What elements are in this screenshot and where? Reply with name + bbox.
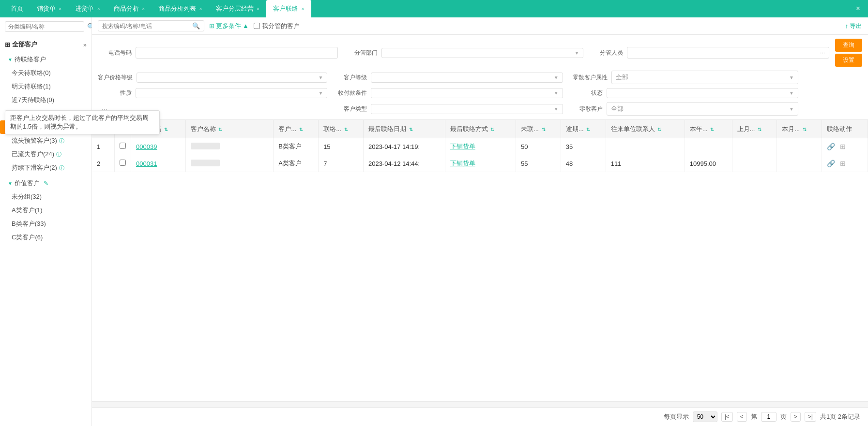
sidebar-item-c[interactable]: C类客户(6) — [0, 231, 91, 244]
th-action: 联络动作 — [822, 120, 868, 138]
filter-status: 状态 ▼ — [569, 88, 798, 98]
action-buttons: 查询 设置 — [835, 39, 862, 67]
sidebar-item-ungrouped[interactable]: 未分组(32) — [0, 190, 91, 204]
th-name-label: 客户名称 — [191, 125, 216, 132]
retail-select[interactable]: 全部▼ — [607, 102, 798, 116]
pending-group[interactable]: ▼ 待联络客户 — [0, 53, 91, 66]
customer-type-select[interactable]: ▼ — [371, 104, 563, 114]
price-level-select[interactable]: ▼ — [137, 73, 327, 83]
sidebar-item-declining[interactable]: 持续下滑客户(2) ⓘ — [0, 161, 91, 175]
last-page-btn[interactable]: >| — [805, 412, 816, 422]
sidebar-item-a[interactable]: A类客户(1) — [0, 204, 91, 217]
horizontal-scrollbar[interactable] — [92, 401, 868, 407]
th-contact[interactable]: 联络... ⇅ — [319, 120, 364, 138]
last-method-link-1[interactable]: 下销货单 — [450, 143, 475, 150]
th-this-year[interactable]: 本年... ⇅ — [685, 120, 732, 138]
close-crm-icon[interactable]: × — [257, 6, 259, 12]
sidebar-item-tomorrow[interactable]: 明天待联络(1) — [0, 80, 91, 93]
nature-label: 性质 — [98, 89, 132, 97]
th-type[interactable]: 客户... ⇅ — [274, 120, 319, 138]
sidebar-search-icon[interactable]: 🔍 — [87, 23, 92, 30]
row-checkbox-2[interactable] — [120, 160, 126, 166]
action-grid-icon-1[interactable]: ⊞ — [840, 143, 846, 150]
query-button[interactable]: 查询 — [835, 39, 862, 52]
th-company-contact[interactable]: 往来单位联系人 ⇅ — [606, 120, 685, 138]
sidebar-item-churn-warning[interactable]: 流失预警客户(3) ⓘ — [0, 134, 91, 147]
collapse-icon[interactable]: » — [83, 41, 87, 48]
nav-tab-home[interactable]: 首页 — [4, 0, 30, 17]
info-icon-churn[interactable]: ⓘ — [59, 137, 64, 145]
action-link-icon-2[interactable]: 🔗 — [827, 160, 835, 167]
action-link-icon-1[interactable]: 🔗 — [827, 143, 835, 150]
th-overdue[interactable]: 逾期... ⇅ — [561, 120, 606, 138]
filter-row-1: 电话号码 分管部门 ▼ 分管人员 ··· 查询 设置 — [98, 39, 862, 67]
close-sales-icon[interactable]: × — [59, 6, 61, 12]
filter-row-3: 性质 ▼ 收付款条件 ▼ 状态 ▼ — [98, 88, 862, 98]
close-analysis-icon[interactable]: × — [142, 6, 145, 12]
info-icon-churned[interactable]: ⓘ — [56, 151, 61, 158]
filter-customer-level: 客户等级 ▼ — [333, 73, 563, 83]
filter-search-icon[interactable]: 🔍 — [192, 22, 200, 29]
nav-tab-crm[interactable]: 客户分层经营 × — [209, 0, 266, 17]
dept-select[interactable]: ▼ — [381, 48, 584, 58]
cell-checkbox-2 — [115, 155, 131, 172]
nav-tab-analysis[interactable]: 商品分析 × — [107, 0, 152, 17]
customer-level-select[interactable]: ▼ — [371, 73, 563, 83]
sidebar-item-7days[interactable]: 近7天待联络(0) — [0, 93, 91, 107]
th-unread-label: 未联... — [521, 125, 539, 132]
nav-tab-purchase[interactable]: 进货单 × — [68, 0, 107, 17]
export-button[interactable]: ↑ 导出 — [845, 22, 863, 30]
status-select[interactable]: ▼ — [607, 88, 798, 98]
info-icon-declining[interactable]: ⓘ — [59, 164, 64, 172]
nav-tab-sales[interactable]: 销货单 × — [30, 0, 68, 17]
th-last-date-label: 最后联络日期 — [368, 125, 406, 132]
th-last-date[interactable]: 最后联络日期 ⇅ — [363, 120, 445, 138]
sort-code-icon: ⇅ — [164, 127, 168, 132]
nature-select[interactable]: ▼ — [136, 88, 327, 98]
customer-level-label: 客户等级 — [333, 73, 367, 82]
first-page-btn[interactable]: |< — [721, 412, 733, 422]
th-this-month[interactable]: 本月... ⇅ — [777, 120, 822, 138]
payment-select[interactable]: ▼ — [371, 88, 563, 98]
phone-label: 电话号码 — [98, 49, 132, 57]
table-row: 2 000031 A类客户 7 2023-04-12 14:44: — [92, 155, 868, 172]
more-conditions-btn[interactable]: ⊞ 更多条件 ▲ — [209, 22, 249, 30]
nav-tab-contact[interactable]: 客户联络 × — [266, 0, 311, 17]
person-input[interactable]: ··· — [627, 47, 829, 59]
cell-contact-2: 7 — [319, 155, 364, 172]
sidebar-search-input[interactable] — [5, 21, 84, 32]
th-unread[interactable]: 未联... ⇅ — [516, 120, 561, 138]
settings-button[interactable]: 设置 — [835, 54, 862, 67]
close-contact-icon[interactable]: × — [301, 6, 304, 12]
th-last-month[interactable]: 上月... ⇅ — [732, 120, 777, 138]
row-checkbox-1[interactable] — [120, 143, 126, 149]
per-page-select[interactable]: 50 100 — [693, 411, 717, 422]
value-group[interactable]: ▼ 价值客户 ✎ — [0, 176, 91, 190]
sidebar-item-today[interactable]: 今天待联络(0) — [0, 66, 91, 80]
retail-attr-select[interactable]: 全部▼ — [611, 71, 798, 84]
close-analysis-list-icon[interactable]: × — [199, 6, 202, 12]
my-customers-checkbox-area: 我分管的客户 — [254, 22, 300, 30]
sidebar-item-churned[interactable]: 已流失客户(24) ⓘ — [0, 147, 91, 161]
nav-tab-analysis-list[interactable]: 商品分析列表 × — [152, 0, 209, 17]
customer-code-link-2[interactable]: 000031 — [136, 160, 157, 167]
close-purchase-icon[interactable]: × — [97, 6, 100, 12]
top-nav: 首页 销货单 × 进货单 × 商品分析 × 商品分析列表 × 客户分层经营 × … — [0, 0, 868, 17]
filter-search-input[interactable] — [102, 23, 189, 29]
dept-label: 分管部门 — [344, 49, 378, 57]
sidebar-item-b[interactable]: B类客户(33) — [0, 217, 91, 231]
data-table-area: ⚙ 客户编码 ⇅ 客户名称 ⇅ — [92, 120, 868, 401]
window-close-button[interactable]: × — [852, 4, 864, 13]
phone-input[interactable] — [136, 47, 338, 59]
edit-value-icon[interactable]: ✎ — [44, 180, 48, 187]
customer-code-link-1[interactable]: 000039 — [136, 143, 157, 150]
action-grid-icon-2[interactable]: ⊞ — [840, 160, 846, 167]
prev-page-btn[interactable]: < — [737, 412, 747, 422]
my-customers-checkbox[interactable] — [254, 23, 260, 29]
th-last-method[interactable]: 最后联络方式 ⇅ — [445, 120, 516, 138]
next-page-btn[interactable]: > — [791, 412, 801, 422]
th-name[interactable]: 客户名称 ⇅ — [185, 120, 274, 138]
last-method-link-2[interactable]: 下销货单 — [450, 160, 475, 167]
th-last-method-label: 最后联络方式 — [450, 125, 488, 132]
page-input[interactable] — [761, 412, 777, 422]
